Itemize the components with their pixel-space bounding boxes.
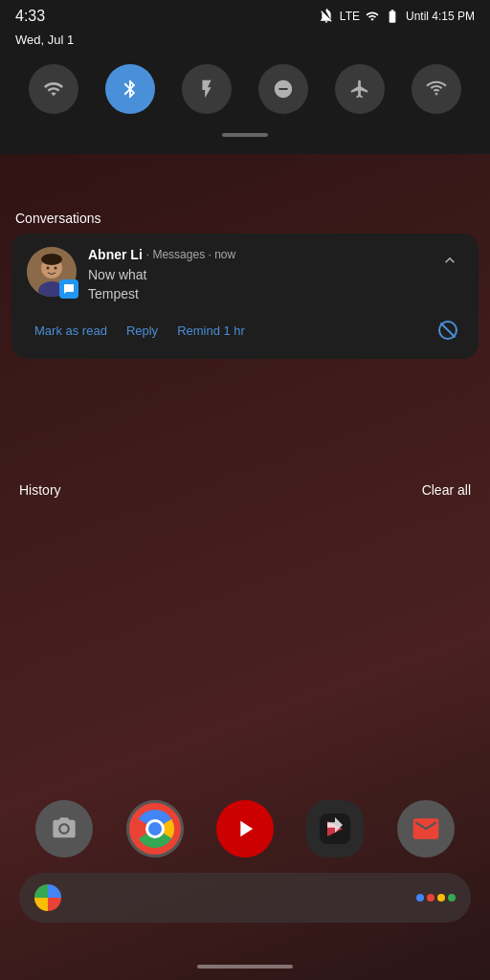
airplane-toggle[interactable] (335, 64, 385, 114)
remind-button[interactable]: Remind 1 hr (169, 320, 253, 342)
conversations-label: Conversations (11, 211, 479, 226)
status-time: 4:33 (15, 8, 45, 25)
mic-dots (416, 894, 456, 902)
hotspot-icon (426, 78, 447, 100)
chrome-icon (126, 800, 184, 858)
mic-dot-3 (437, 894, 445, 902)
clear-all-button[interactable]: Clear all (422, 482, 471, 498)
snooze-icon (436, 319, 459, 342)
chevron-up-icon (440, 251, 459, 270)
flashlight-icon (196, 78, 217, 100)
notification-body: Now what Tempest (88, 266, 436, 303)
sender-name: Abner Li (88, 247, 143, 262)
dnd-toggle[interactable] (258, 64, 308, 114)
history-clear-row: History Clear all (0, 475, 490, 505)
date-label: Wed, Jul 1 (15, 33, 74, 47)
history-button[interactable]: History (19, 482, 61, 498)
status-right-icons: LTE Until 4:15 PM (319, 9, 475, 24)
shortcut-icon (320, 813, 350, 844)
notification-panel: 4:33 LTE Until 4:15 PM Wed, Jul 1 (0, 0, 490, 154)
svg-line-7 (441, 323, 456, 338)
lte-label: LTE (340, 10, 360, 23)
youtube-music-app-icon[interactable] (216, 800, 274, 858)
message-line-2: Tempest (88, 285, 436, 304)
notification-title-row: Abner Li · Messages · now (88, 247, 436, 262)
battery-icon (385, 9, 400, 24)
notification-card: Abner Li · Messages · now Now what Tempe… (11, 234, 479, 359)
camera-app-icon[interactable] (35, 800, 93, 858)
conversations-section: Conversations (0, 211, 490, 359)
reply-button[interactable]: Reply (119, 320, 166, 342)
mic-dot-1 (416, 894, 424, 902)
dnd-icon (273, 78, 294, 100)
flashlight-toggle[interactable] (182, 64, 232, 114)
quick-toggles-row (0, 56, 490, 129)
svg-point-5 (55, 267, 57, 270)
signal-icon (366, 10, 379, 23)
google-search-bar[interactable] (19, 873, 471, 923)
message-line-1: Now what (88, 266, 436, 285)
notification-content: Abner Li · Messages · now Now what Tempe… (88, 247, 436, 303)
bottom-dock-area (0, 800, 490, 923)
snooze-button[interactable] (433, 315, 463, 345)
notification-header: Abner Li · Messages · now Now what Tempe… (27, 247, 463, 303)
mic-dot-4 (448, 894, 456, 902)
chrome-app-icon[interactable] (126, 800, 184, 858)
mark-as-read-button[interactable]: Mark as read (27, 320, 115, 342)
scroll-pill (222, 133, 268, 137)
airplane-icon (349, 78, 370, 100)
status-bar: 4:33 LTE Until 4:15 PM (0, 0, 490, 29)
mic-dot-2 (427, 894, 434, 902)
google-g-logo (34, 884, 61, 911)
home-indicator (197, 965, 293, 969)
camera-icon (51, 815, 78, 842)
app-badge (59, 279, 78, 299)
app-row (0, 800, 490, 858)
gmail-app-icon[interactable] (397, 800, 455, 858)
notification-meta: · Messages · now (146, 248, 235, 261)
messages-app-icon (63, 283, 75, 295)
play-icon (232, 815, 258, 842)
collapse-button[interactable] (436, 247, 463, 278)
hotspot-toggle[interactable] (412, 64, 461, 114)
svg-point-2 (41, 254, 62, 265)
notification-left: Abner Li · Messages · now Now what Tempe… (27, 247, 436, 303)
wifi-toggle[interactable] (29, 64, 78, 114)
battery-text: Until 4:15 PM (406, 10, 475, 23)
shortcut-app-icon[interactable] (306, 800, 364, 858)
svg-point-4 (47, 267, 50, 270)
wifi-icon (43, 78, 64, 100)
date-row: Wed, Jul 1 (0, 29, 490, 56)
svg-point-11 (148, 822, 162, 835)
bell-muted-icon (319, 9, 334, 24)
scroll-indicator (0, 129, 490, 145)
bluetooth-icon (120, 78, 141, 100)
notification-actions: Mark as read Reply Remind 1 hr (27, 315, 463, 345)
gmail-icon (411, 813, 441, 844)
avatar-container (27, 247, 77, 297)
bluetooth-toggle[interactable] (105, 64, 155, 114)
